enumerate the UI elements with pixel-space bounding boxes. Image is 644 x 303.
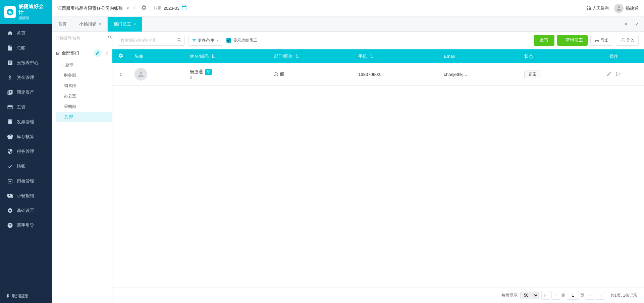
dept-sales-label: 销售部 [64,83,76,89]
table-settings-icon[interactable] [118,54,123,59]
employee-search-icon[interactable] [177,38,182,43]
resigned-checkbox-input[interactable] [226,38,231,43]
topbar-service-button[interactable]: 人工咨询 [586,5,609,11]
sidebar-item-label-report: 云报表中心 [17,60,39,66]
sidebar-item-guide[interactable]: 新手引导 [0,218,52,233]
page-next-btn[interactable]: > [586,291,594,300]
calendar-icon[interactable] [181,5,187,11]
sidebar-item-fund[interactable]: 资金管理 [0,70,52,85]
col-dept[interactable]: 部门/职位 ⇅ [269,49,353,63]
col-status: 状态 [519,49,584,63]
more-filter-button[interactable]: 更多条件 [188,35,223,46]
dept-sort-icon: ⇅ [296,54,299,59]
tab-employee[interactable]: 部门员工 × [108,17,142,32]
logo-sub: 旗舰版 [18,15,48,20]
employee-search-input[interactable] [121,38,177,43]
settings-icon [7,207,13,214]
topbar-user[interactable]: 畅捷通 [614,4,639,13]
employee-table: 头像 姓名/编码 ⇅ 部门/职位 ⇅ 手机 ⇅ [112,49,644,86]
export-button[interactable]: 导出 [590,35,613,46]
sidebar-item-label-salary: 工资 [17,104,25,110]
expense-icon [7,192,13,199]
show-resigned-checkbox[interactable]: 显示离职员工 [226,38,257,43]
invite-button[interactable]: 邀请 [534,35,554,46]
filter-label: 更多条件 [198,38,214,43]
dept-all-label: 全部部门 [62,50,79,56]
dept-purchase-label: 采购部 [64,104,76,110]
topbar-dropdown-icon[interactable]: ▾ [127,6,129,11]
dept-collapse-icon[interactable]: 《 [104,50,108,56]
archive-icon [7,178,13,184]
sidebar-item-salary[interactable]: 工资 [0,100,52,115]
dept-item-finance[interactable]: 财务部 [56,70,112,81]
row-avatar [129,63,184,86]
sidebar-item-invoice[interactable]: 发票管理 [0,115,52,129]
dept-parent-item[interactable]: 总部 [56,60,112,70]
sidebar-item-expense[interactable]: 小畅报销 [0,188,52,203]
sidebar-item-asset[interactable]: 固定资产 [0,85,52,100]
export-label: 导出 [601,38,609,43]
page-input[interactable] [567,291,579,300]
sidebar-pin-button[interactable]: 取消固定 [5,293,47,299]
import-button[interactable]: 导入 [616,35,639,46]
dept-search-input[interactable] [55,36,106,40]
sidebar-item-label-archive: 归档管理 [17,178,34,184]
tax-icon [7,148,13,155]
topbar-settings-icon[interactable] [141,5,147,12]
row-status: 正常 [519,63,584,86]
sidebar-item-label-fund: 资金管理 [17,75,34,81]
topbar-avatar [614,4,624,13]
checkout-icon [7,163,13,170]
tab-expense-label: 小畅报销 [79,21,97,27]
dept-item-headquarters[interactable]: 总 部 [56,112,112,122]
topbar-add-icon[interactable]: + [133,5,137,12]
sidebar-item-ledger[interactable]: 总账 [0,41,52,55]
page-size-select[interactable]: 20 50 100 [520,292,539,299]
topbar-right: 人工咨询 畅捷通 [586,4,639,13]
col-phone[interactable]: 手机 ⇅ [353,49,438,63]
right-panel: 更多条件 显示离职员工 邀请 + 新增员工 导出 [112,32,644,303]
page-last-btn[interactable]: >| [596,291,604,300]
sidebar-item-label-ledger: 总账 [17,45,25,51]
sidebar-item-checkout[interactable]: 结账 [0,159,52,174]
dept-edit-icon[interactable] [94,49,102,57]
content-area: ⊞ 全部部门 《 总部 财务部 销售部 [52,32,644,303]
row-name: 畅捷通 部 0 [184,63,269,86]
tabbar-controls: × ⤢ [621,19,644,29]
sidebar-item-tax[interactable]: 税务管理 [0,144,52,159]
dept-item-sales[interactable]: 销售部 [56,81,112,91]
logo-text-group: 畅捷通好会计 旗舰版 [18,3,48,20]
svg-text:畅: 畅 [8,10,12,14]
sidebar-item-label-checkout: 结账 [17,163,25,169]
dept-search-icon[interactable] [108,35,112,41]
sidebar-item-settings[interactable]: 基础设置 [0,203,52,218]
home-icon [7,30,13,37]
sidebar-item-inventory[interactable]: 库存核算 [0,129,52,144]
col-name[interactable]: 姓名/编码 ⇅ [184,49,269,63]
dept-item-purchase[interactable]: 采购部 [56,101,112,112]
dept-item-office[interactable]: 办公室 [56,91,112,101]
page-prev-btn[interactable]: < [551,291,560,300]
dept-all-button[interactable]: ⊞ 全部部门 《 [52,46,112,60]
tab-expand-btn[interactable]: ⤢ [632,19,641,29]
add-employee-label: + 新增员工 [562,37,583,43]
sidebar-item-home[interactable]: 首页 [0,26,52,41]
pin-icon [5,294,10,299]
page-first-btn[interactable]: |< [541,291,550,300]
tab-employee-close[interactable]: × [133,21,136,27]
sidebar-item-report[interactable]: 云报表中心 [0,55,52,70]
add-employee-button[interactable]: + 新增员工 [557,35,588,46]
salary-icon [7,104,13,111]
sidebar: 畅 畅捷通好会计 旗舰版 首页 总账 云报表中心 [0,0,52,303]
guide-icon [7,222,13,229]
tab-home[interactable]: 首页 [52,17,73,32]
sidebar-item-archive[interactable]: 归档管理 [0,174,52,188]
asset-icon [7,89,13,96]
edit-icon[interactable] [606,71,612,78]
logo-title: 畅捷通好会计 [18,3,48,15]
tab-close-btn[interactable]: × [621,19,631,29]
tab-expense[interactable]: 小畅报销 × [73,17,108,32]
logout-icon[interactable] [616,71,621,78]
tab-expense-close[interactable]: × [99,21,101,27]
tabbar: 首页 小畅报销 × 部门员工 × × ⤢ [52,17,644,32]
